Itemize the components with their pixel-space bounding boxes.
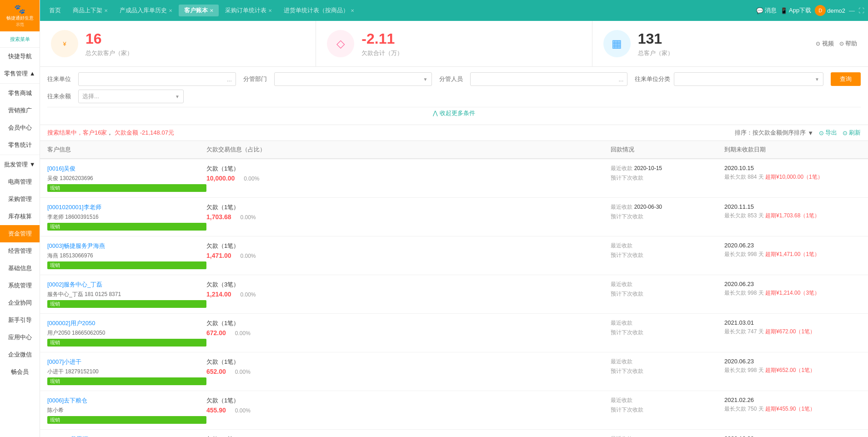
customer-tag: 现销 xyxy=(47,300,206,308)
overdue-link[interactable]: 超期¥652.00（1笔） xyxy=(765,367,815,373)
overdue-days: 最长欠款 747 天 超期¥672.00（1笔） xyxy=(724,328,861,336)
sidebar-item-purchase[interactable]: 采购管理 xyxy=(0,191,40,208)
export-btn[interactable]: ⊙ 导出 xyxy=(819,129,837,137)
message-btn[interactable]: 💬 消息 xyxy=(756,6,777,15)
filter-balance-select[interactable]: 选择... ▼ xyxy=(78,90,184,103)
tab-purchase-order-stats[interactable]: 采购订单统计表 ✕ xyxy=(220,5,277,16)
tab-home[interactable]: 首页 xyxy=(44,5,66,16)
sidebar-item-retail-mgmt[interactable]: 零售管理 ▲ xyxy=(0,65,40,82)
overdue-info-row-0016: 2020.10.15 最长欠款 884 天 超期¥10,000.00（1笔） xyxy=(724,165,861,181)
sidebar-item-operations[interactable]: 经营管理 xyxy=(0,242,40,260)
debt-amount: 1,703.68 xyxy=(206,213,231,221)
sidebar-item-ecommerce[interactable]: 电商管理 xyxy=(0,173,40,191)
tab-product-offshelf[interactable]: 商品上下架 ✕ xyxy=(67,5,113,16)
result-info: 搜索结果中，客户16家， 欠款金额 -21,148.07元 xyxy=(47,129,174,137)
debt-info-row-0006: 欠款（1笔） 455.90 0.00% xyxy=(206,397,611,414)
stat-icon-debt-amount: ◇ xyxy=(327,30,354,57)
main-content: 首页 商品上下架 ✕ 产成品入库单历史 ✕ 客户账本 ✕ 采购订单统计表 ✕ 进… xyxy=(40,0,868,437)
customer-name-link[interactable]: [0001020001]李老师 xyxy=(47,203,206,211)
debt-percent: 0.00% xyxy=(235,407,251,414)
overdue-info-row-000001: 2020.12.30 最长欠款 808 天 超期¥429.00（1笔） xyxy=(724,435,861,437)
sidebar-item-apps[interactable]: 应用中心 xyxy=(0,329,40,346)
debt-percent: 0.00% xyxy=(241,214,256,221)
due-date: 2020.06.23 xyxy=(724,281,861,287)
sidebar-logo[interactable]: 🐾 畅捷通好生意 示范 xyxy=(0,0,40,31)
customer-phone: 海燕 18513066976 xyxy=(47,252,206,260)
result-bar: 搜索结果中，客户16家， 欠款金额 -21,148.07元 排序：按欠款金额倒序… xyxy=(40,125,868,141)
tab-customer-account[interactable]: 客户账本 ✕ xyxy=(179,5,219,16)
customer-name-link[interactable]: [0006]去下粮仓 xyxy=(47,397,206,405)
filter-partner-input[interactable]: ... xyxy=(78,72,236,86)
topbar: 首页 商品上下架 ✕ 产成品入库单历史 ✕ 客户账本 ✕ 采购订单统计表 ✕ 进… xyxy=(40,0,868,21)
due-date: 2020.06.23 xyxy=(724,358,861,365)
due-date: 2021.03.01 xyxy=(724,319,861,326)
overdue-link[interactable]: 超期¥1,214.00（3笔） xyxy=(765,290,820,296)
export-icon: ⊙ xyxy=(819,130,824,136)
filter-partner-category: 往来单位分类 ▼ xyxy=(635,72,823,86)
customer-name-link[interactable]: [0016]吴俊 xyxy=(47,165,206,173)
overdue-days: 最长欠款 998 天 超期¥652.00（1笔） xyxy=(724,367,861,374)
filter-department-select[interactable]: ▼ xyxy=(274,72,432,86)
sidebar-item-retail-mall[interactable]: 零售商城 xyxy=(0,85,40,102)
filter-manager-input[interactable]: ... xyxy=(470,72,628,86)
customer-name-link[interactable]: [000001]黄思源 xyxy=(47,435,206,437)
overdue-link[interactable]: 超期¥10,000.00（1笔） xyxy=(765,174,823,180)
logo-label: 畅捷通好生意 xyxy=(2,15,38,21)
tab-close-product-instock[interactable]: ✕ xyxy=(169,8,172,13)
recovery-info-row-000001: 最近收款 预计下次收款 xyxy=(611,435,724,437)
sidebar-item-newbie[interactable]: 新手引导 xyxy=(0,311,40,329)
sidebar-item-quick-nav[interactable]: 快捷导航 xyxy=(0,48,40,65)
sidebar-item-batch-mgmt[interactable]: 批发管理 ▼ xyxy=(0,156,40,173)
tab-close-customer-account[interactable]: ✕ xyxy=(210,8,213,13)
sidebar-item-marketing[interactable]: 营销推广 xyxy=(0,102,40,119)
tab-close-product-offshelf[interactable]: ✕ xyxy=(104,8,108,13)
table-row: [0001020001]李老师 李老师 18600391516 现销 欠款（1笔… xyxy=(40,198,868,236)
tab-instock-stats[interactable]: 进货单统计表（按商品） ✕ xyxy=(278,5,360,16)
overdue-link[interactable]: 超期¥1,471.00（1笔） xyxy=(765,251,820,257)
customer-info-row-0003: [0003]畅捷服务尹海燕 海燕 18513066976 现销 xyxy=(47,242,206,269)
app-download-btn[interactable]: 📱 App下载 xyxy=(780,6,811,15)
sidebar-item-retail-stats[interactable]: 零售统计 xyxy=(0,136,40,154)
overdue-link[interactable]: 超期¥455.90（1笔） xyxy=(765,406,815,412)
user-avatar[interactable]: D demo2 xyxy=(815,5,845,16)
window-minimize[interactable]: — xyxy=(849,7,855,14)
sidebar-item-inventory[interactable]: 库存核算 xyxy=(0,208,40,225)
next-payment-label: 预计下次收款 xyxy=(611,406,724,414)
debt-percent: 0.00% xyxy=(244,176,259,182)
debt-amount: 10,000.00 xyxy=(206,175,235,182)
sidebar-search[interactable]: 搜索菜单 xyxy=(0,31,40,48)
customer-name-link[interactable]: [0003]畅捷服务尹海燕 xyxy=(47,242,206,250)
debt-count: 欠款（3笔） xyxy=(206,281,611,289)
sidebar-item-vip[interactable]: 畅会员 xyxy=(0,363,40,381)
query-button[interactable]: 查询 xyxy=(831,72,861,86)
help-btn[interactable]: ⊙ 帮助 xyxy=(839,40,857,48)
sidebar-item-finance[interactable]: 资金管理 xyxy=(0,225,40,242)
sidebar-item-wecom[interactable]: 企业微信 xyxy=(0,346,40,363)
overdue-days: 最长欠款 884 天 超期¥10,000.00（1笔） xyxy=(724,173,861,181)
window-maximize[interactable]: ⛶ xyxy=(858,7,864,14)
filter-partner-category-select[interactable]: ▼ xyxy=(674,72,823,86)
next-payment-label: 预计下次收款 xyxy=(611,290,724,298)
overdue-link[interactable]: 超期¥672.00（1笔） xyxy=(765,328,815,335)
collapse-btn[interactable]: ⋀ 收起更多条件 xyxy=(47,107,861,119)
stat-value-debt-customers: 16 xyxy=(85,30,133,47)
video-btn[interactable]: ⊙ 视频 xyxy=(816,40,833,48)
customer-name-link[interactable]: [000002]用户2050 xyxy=(47,319,206,327)
sidebar-item-member[interactable]: 会员中心 xyxy=(0,119,40,136)
customer-name-link[interactable]: [0002]服务中心_丁磊 xyxy=(47,281,206,289)
tab-product-instock[interactable]: 产成品入库单历史 ✕ xyxy=(114,5,178,16)
refresh-btn[interactable]: ⊙ 刷新 xyxy=(843,129,861,137)
customer-tag: 现销 xyxy=(47,339,206,347)
logo-icon: 🐾 xyxy=(2,4,38,15)
tab-close-purchase-order-stats[interactable]: ✕ xyxy=(268,8,272,13)
customer-name-link[interactable]: [0007]小进干 xyxy=(47,358,206,366)
tab-close-instock-stats[interactable]: ✕ xyxy=(351,8,354,13)
th-debt-info: 欠款交易信息（占比） xyxy=(206,146,611,154)
sidebar: 🐾 畅捷通好生意 示范 搜索菜单 快捷导航 零售管理 ▲ 零售商城 营销推广 会… xyxy=(0,0,40,437)
overdue-link[interactable]: 超期¥1,703.68（1笔） xyxy=(765,212,820,219)
sidebar-item-basic[interactable]: 基础信息 xyxy=(0,260,40,277)
stat-icon-debt-customers: ¥ xyxy=(51,30,78,57)
sidebar-item-enterprise[interactable]: 企业协同 xyxy=(0,294,40,311)
sort-btn[interactable]: 排序：按欠款金额倒序排序 ▼ xyxy=(735,129,813,137)
sidebar-item-system[interactable]: 系统管理 xyxy=(0,277,40,294)
